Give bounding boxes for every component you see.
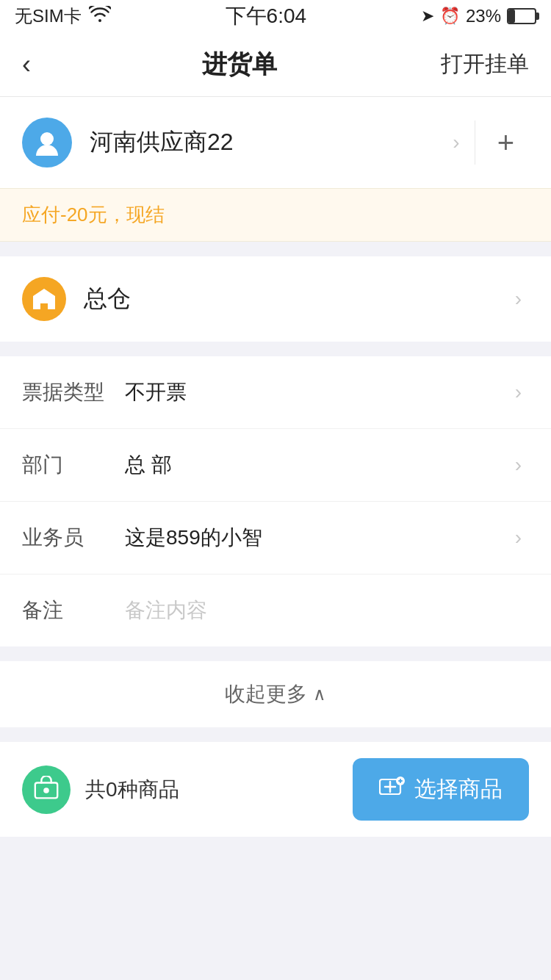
warehouse-chevron-icon: › <box>515 287 522 311</box>
supplier-avatar <box>22 118 72 167</box>
warehouse-card: 总仓 › <box>0 256 551 342</box>
status-left: 无SIM卡 <box>15 4 111 28</box>
sales-chevron-icon: › <box>515 526 522 550</box>
remark-row[interactable]: 备注 备注内容 <box>0 574 551 646</box>
dept-label: 部门 <box>22 451 125 479</box>
supplier-name: 河南供应商22 <box>90 126 453 159</box>
collapse-label: 收起更多 <box>225 680 307 708</box>
content: 河南供应商22 › + 应付-20元，现结 总仓 › 票据类型 不开票 › 部门… <box>0 97 551 980</box>
bottom-area <box>0 837 551 980</box>
warehouse-icon <box>22 277 66 321</box>
carrier-label: 无SIM卡 <box>15 4 82 28</box>
sales-value: 这是859的小智 <box>125 524 515 552</box>
product-icon <box>22 765 71 814</box>
status-bar: 无SIM卡 下午6:04 ➤ ⏰ 23% <box>0 0 551 32</box>
nav-bar: ‹ 进货单 打开挂单 <box>0 32 551 97</box>
supplier-card: 河南供应商22 › + 应付-20元，现结 <box>0 97 551 242</box>
status-right: ➤ ⏰ 23% <box>421 6 536 26</box>
wifi-icon <box>89 6 111 26</box>
invoice-chevron-icon: › <box>515 381 522 404</box>
status-time: 下午6:04 <box>226 2 307 30</box>
form-card: 票据类型 不开票 › 部门 总 部 › 业务员 这是859的小智 › 备注 备注… <box>0 356 551 646</box>
battery-label: 23% <box>466 6 501 26</box>
warehouse-row[interactable]: 总仓 › <box>0 256 551 342</box>
invoice-value: 不开票 <box>125 378 515 406</box>
back-button[interactable]: ‹ <box>15 42 38 87</box>
svg-point-0 <box>40 132 54 145</box>
sales-label: 业务员 <box>22 524 125 552</box>
product-count: 共0种商品 <box>85 776 353 804</box>
remark-input[interactable]: 备注内容 <box>125 597 529 624</box>
alarm-icon: ⏰ <box>440 7 460 26</box>
page-title: 进货单 <box>202 48 277 82</box>
dept-value: 总 部 <box>125 451 515 479</box>
invoice-row[interactable]: 票据类型 不开票 › <box>0 356 551 429</box>
select-product-icon <box>379 777 406 802</box>
select-product-button[interactable]: 选择商品 <box>353 758 529 821</box>
select-product-label: 选择商品 <box>414 774 503 804</box>
supplier-notice: 应付-20元，现结 <box>0 188 551 242</box>
warehouse-name: 总仓 <box>84 283 515 315</box>
remark-label: 备注 <box>22 597 125 624</box>
sales-row[interactable]: 业务员 这是859的小智 › <box>0 502 551 574</box>
location-icon: ➤ <box>421 7 434 26</box>
svg-point-2 <box>43 788 49 793</box>
open-pending-button[interactable]: 打开挂单 <box>441 49 529 79</box>
supplier-chevron-icon: › <box>453 131 459 154</box>
add-supplier-button[interactable]: + <box>483 119 529 167</box>
dept-chevron-icon: › <box>515 453 522 477</box>
supplier-divider <box>475 120 475 165</box>
dept-row[interactable]: 部门 总 部 › <box>0 429 551 502</box>
collapse-row[interactable]: 收起更多 ∧ <box>0 661 551 727</box>
invoice-label: 票据类型 <box>22 378 125 406</box>
supplier-row[interactable]: 河南供应商22 › + <box>0 97 551 188</box>
product-bar: 共0种商品 选择商品 <box>0 742 551 837</box>
collapse-icon: ∧ <box>313 684 326 705</box>
battery-icon <box>507 8 536 24</box>
